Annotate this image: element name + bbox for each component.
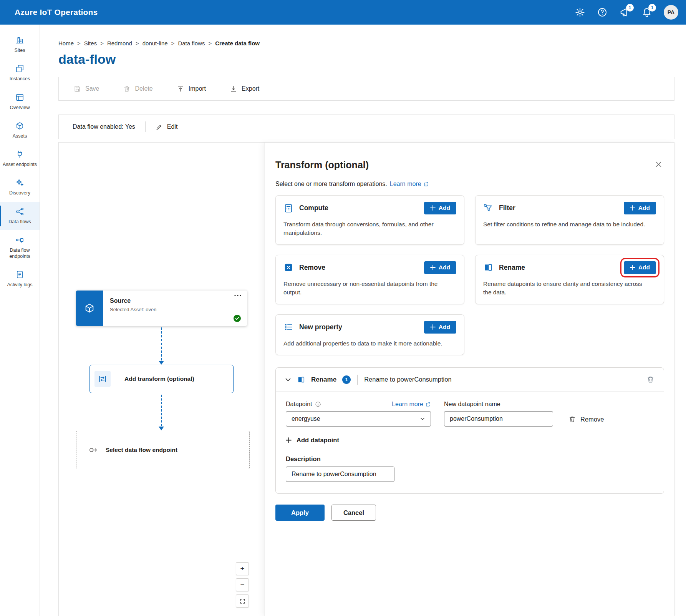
rename-summary: Rename to powerConsumption xyxy=(364,376,451,383)
topbar-actions: 1 1 PA xyxy=(575,5,678,20)
data-flow-enabled-bar: Data flow enabled: Yes Edit xyxy=(58,115,674,139)
new-property-icon xyxy=(283,322,293,332)
sidebar-item-activity-logs[interactable]: Activity logs xyxy=(0,265,40,293)
delete-icon xyxy=(123,85,131,93)
enabled-status-text: Data flow enabled: Yes xyxy=(73,123,135,130)
edit-pencil-icon xyxy=(156,123,163,131)
add-new-property-button[interactable]: Add xyxy=(424,321,456,334)
compute-icon xyxy=(283,203,293,213)
breadcrumb-sites[interactable]: Sites xyxy=(84,40,97,46)
breadcrumb-home[interactable]: Home xyxy=(58,40,74,46)
new-datapoint-name-input[interactable] xyxy=(444,411,553,427)
notifications-bell-icon[interactable]: 1 xyxy=(641,7,652,18)
help-icon[interactable] xyxy=(597,7,608,18)
remove-icon xyxy=(283,262,293,272)
add-remove-button[interactable]: Add xyxy=(424,261,456,274)
flow-arrow-2 xyxy=(159,395,164,430)
import-icon xyxy=(177,85,184,93)
select-endpoint-label: Select data flow endpoint xyxy=(106,447,177,453)
info-icon[interactable] xyxy=(315,401,321,407)
trash-icon xyxy=(568,415,576,423)
sidebar-item-discovery[interactable]: Discovery xyxy=(0,173,40,201)
sidebar-item-asset-endpoints[interactable]: Asset endpoints xyxy=(0,145,40,173)
plus-icon xyxy=(430,324,436,330)
user-avatar[interactable]: PA xyxy=(664,5,678,20)
card-title: New property xyxy=(299,323,342,331)
data-flow-endpoints-icon xyxy=(15,236,24,244)
select-endpoint-node[interactable]: Select data flow endpoint xyxy=(76,431,250,469)
zoom-out-button[interactable]: − xyxy=(236,578,249,591)
delete-button[interactable]: Delete xyxy=(114,81,162,96)
flow-canvas: Source Selected Asset: oven xyxy=(59,143,264,616)
add-rename-button[interactable]: Add xyxy=(624,261,656,274)
card-title: Filter xyxy=(499,204,515,212)
source-node[interactable]: Source Selected Asset: oven xyxy=(76,291,247,326)
remove-datapoint-button[interactable]: Remove xyxy=(566,412,606,426)
add-filter-button[interactable]: Add xyxy=(624,202,656,214)
chevron-down-icon[interactable] xyxy=(285,377,291,383)
sidebar-item-data-flow-endpoints[interactable]: Data flow endpoints xyxy=(0,231,40,265)
rename-editor: Rename 1 Rename to powerConsumption xyxy=(275,367,664,494)
datapoint-select[interactable]: energyuse xyxy=(286,411,431,427)
delete-rename-icon[interactable] xyxy=(646,375,655,384)
asset-endpoints-icon xyxy=(15,150,24,159)
app-title: Azure IoT Operations xyxy=(15,8,98,17)
rename-editor-header[interactable]: Rename 1 Rename to powerConsumption xyxy=(276,368,664,392)
source-valid-check-icon xyxy=(234,315,241,322)
edit-button[interactable]: Edit xyxy=(156,123,178,131)
description-input[interactable] xyxy=(286,467,394,482)
divider xyxy=(145,121,146,132)
top-app-bar: Azure IoT Operations 1 xyxy=(0,0,686,25)
card-title: Rename xyxy=(499,264,525,272)
save-button[interactable]: Save xyxy=(64,81,108,96)
sidebar-item-instances[interactable]: Instances xyxy=(0,59,40,87)
external-link-icon xyxy=(423,181,429,187)
breadcrumb-current: Create data flow xyxy=(215,40,260,46)
new-datapoint-name-label: New datapoint name xyxy=(444,401,500,408)
endpoint-icon xyxy=(88,445,98,455)
left-nav: Sites Instances Overview Assets Asset en… xyxy=(0,25,40,616)
panel-title: Transform (optional) xyxy=(275,159,369,171)
sidebar-item-overview[interactable]: Overview xyxy=(0,88,40,116)
breadcrumb-donut-line[interactable]: donut-line xyxy=(143,40,168,46)
datapoint-learn-more-link[interactable]: Learn more xyxy=(392,401,431,408)
divider xyxy=(357,375,358,385)
plus-icon xyxy=(630,265,635,270)
settings-icon[interactable] xyxy=(575,7,585,18)
cancel-button[interactable]: Cancel xyxy=(331,505,376,521)
export-button[interactable]: Export xyxy=(220,81,268,96)
breadcrumb: Home > Sites > Redmond > donut-line > Da… xyxy=(58,40,674,46)
apply-button[interactable]: Apply xyxy=(275,505,325,521)
transform-operation-cards: Compute Add Transform data through conve… xyxy=(275,195,664,355)
add-transform-node[interactable]: Add transform (optional) xyxy=(89,365,234,393)
sidebar-item-assets[interactable]: Assets xyxy=(0,116,40,144)
add-datapoint-button[interactable]: Add datapoint xyxy=(286,437,339,444)
add-transform-label: Add transform (optional) xyxy=(124,375,194,382)
breadcrumb-data-flows[interactable]: Data flows xyxy=(178,40,205,46)
transform-node-iconbox xyxy=(94,371,111,387)
zoom-in-button[interactable]: + xyxy=(236,562,249,575)
page-title: data-flow xyxy=(58,52,674,67)
sidebar-item-sites[interactable]: Sites xyxy=(0,31,40,58)
card-description: Transform data through conversions, form… xyxy=(283,220,446,237)
instances-icon xyxy=(15,64,24,73)
transform-icon xyxy=(98,375,107,383)
close-icon[interactable] xyxy=(653,159,664,170)
panel-learn-more-link[interactable]: Learn more xyxy=(390,181,429,188)
data-flows-icon xyxy=(15,207,24,216)
card-description: Remove unnecessary or non-essential data… xyxy=(283,280,446,297)
new-property-card: New property Add Add additional properti… xyxy=(275,314,464,355)
add-compute-button[interactable]: Add xyxy=(424,202,456,214)
panel-subtitle: Select one or more transform operations. xyxy=(275,181,387,188)
filter-card: Filter Add Set filter conditions to refi… xyxy=(475,195,664,245)
import-button[interactable]: Import xyxy=(167,81,215,96)
more-options-icon[interactable] xyxy=(234,294,242,297)
announcements-icon[interactable]: 1 xyxy=(619,7,630,18)
breadcrumb-redmond[interactable]: Redmond xyxy=(107,40,132,46)
fit-view-button[interactable] xyxy=(236,594,249,608)
notifications-badge: 1 xyxy=(648,4,656,12)
sidebar-item-data-flows[interactable]: Data flows xyxy=(0,202,40,230)
source-node-title: Source xyxy=(110,297,241,304)
source-cube-icon xyxy=(84,303,95,314)
command-bar: Save Delete Import Export xyxy=(58,77,674,101)
